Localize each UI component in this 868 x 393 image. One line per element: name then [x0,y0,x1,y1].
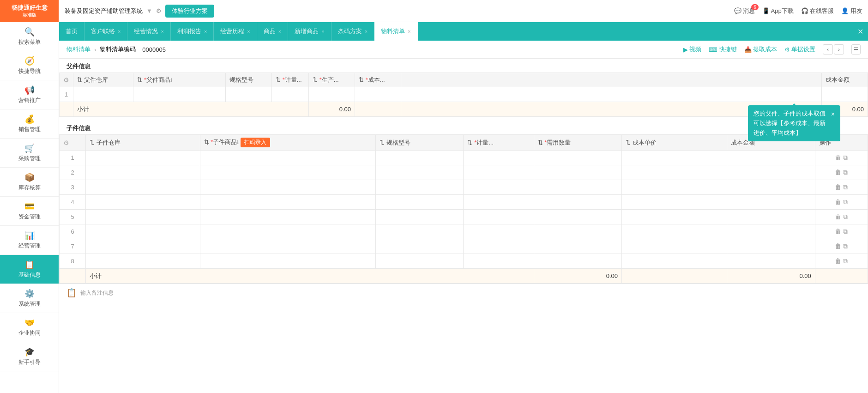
child-row-6-product[interactable] [200,224,376,239]
child-row-4-unitcost[interactable] [622,195,727,210]
child-row-4-product[interactable] [200,195,376,210]
child-row-2-warehouse[interactable] [86,165,200,180]
child-row-1-spec[interactable] [376,151,464,165]
app-download[interactable]: 📱 App下载 [762,7,794,15]
child-row-4-warehouse[interactable] [86,195,200,210]
gear-settings-icon[interactable]: ⚙ [156,7,162,14]
child-row-1-product[interactable] [200,151,376,165]
child-row-1-qty[interactable] [534,151,621,165]
sidebar-item-search[interactable]: 🔍 搜索菜单 [0,22,59,51]
tooltip-close-icon[interactable]: × [831,109,835,119]
online-service[interactable]: 🎧 在线客服 [801,7,834,15]
next-arrow[interactable]: › [834,44,844,54]
child-row-2-qty[interactable] [534,165,621,180]
child-row-1-warehouse[interactable] [86,151,200,165]
parent-row-1-spec[interactable] [226,87,272,102]
child-row-7-unitcost[interactable] [622,239,727,254]
child-row-8-warehouse[interactable] [86,254,200,269]
tab-bom[interactable]: 物料清单 × [374,22,417,41]
child-row-3-unitcost[interactable] [622,180,727,195]
child-row-5-qty[interactable] [534,210,621,224]
extract-cost-action[interactable]: 📥 提取成本 [744,45,777,54]
child-row-2-unitcost[interactable] [622,165,727,180]
child-row-5-spec[interactable] [376,210,464,224]
sidebar-item-quicknav[interactable]: 🧭 快捷导航 [0,51,59,80]
delete-icon-8[interactable]: 🗑 [835,257,841,265]
child-row-7-product[interactable] [200,239,376,254]
trial-button[interactable]: 体验行业方案 [165,5,214,18]
tab-newgoods-close[interactable]: × [321,29,324,34]
child-row-7-warehouse[interactable] [86,239,200,254]
child-row-3-unit[interactable] [464,180,534,195]
delete-icon-4[interactable]: 🗑 [835,198,841,206]
sidebar-item-finance[interactable]: 💳 资金管理 [0,197,59,226]
copy-icon-8[interactable]: ⧉ [843,257,848,265]
child-row-8-spec[interactable] [376,254,464,269]
child-row-3-warehouse[interactable] [86,180,200,195]
child-row-6-unit[interactable] [464,224,534,239]
sidebar-item-inventory[interactable]: 📦 库存核算 [0,168,59,197]
child-settings-icon[interactable]: ⚙ [63,139,69,146]
delete-icon-3[interactable]: 🗑 [835,183,841,191]
tab-history[interactable]: 经营历程 × [214,22,257,41]
delete-icon-6[interactable]: 🗑 [835,228,841,236]
child-row-7-spec[interactable] [376,239,464,254]
user-area[interactable]: 👤 用友 [841,7,862,15]
child-row-3-spec[interactable] [376,180,464,195]
child-row-1-unitcost[interactable] [622,151,727,165]
parent-row-1-unit[interactable] [272,87,309,102]
message-badge[interactable]: 💬 消息 6 [734,7,755,15]
child-row-2-spec[interactable] [376,165,464,180]
copy-icon-6[interactable]: ⧉ [843,228,848,236]
child-row-8-qty[interactable] [534,254,621,269]
tab-history-close[interactable]: × [247,29,250,34]
child-row-8-product[interactable] [200,254,376,269]
parent-row-1-cost[interactable] [355,87,401,102]
child-row-6-spec[interactable] [376,224,464,239]
copy-icon-5[interactable]: ⧉ [843,213,848,221]
list-view-icon[interactable]: ☰ [851,44,861,54]
tab-customer[interactable]: 客户联络 × [84,22,127,41]
view-video-action[interactable]: ▶ 视频 [683,45,701,54]
copy-icon-4[interactable]: ⧉ [843,198,848,206]
tab-barcode[interactable]: 条码方案 × [332,22,374,41]
delete-icon-7[interactable]: 🗑 [835,242,841,250]
child-row-6-qty[interactable] [534,224,621,239]
sidebar-item-basicinfo[interactable]: 📋 基础信息 [0,255,59,284]
sidebar-item-operations[interactable]: 📊 经营管理 [0,226,59,255]
parent-row-1-product[interactable] [133,87,226,102]
sidebar-item-system[interactable]: ⚙️ 系统管理 [0,284,59,313]
child-row-8-unitcost[interactable] [622,254,727,269]
copy-icon-2[interactable]: ⧉ [843,169,848,176]
child-row-5-product[interactable] [200,210,376,224]
tab-bom-close[interactable]: × [408,29,410,34]
tab-goods-close[interactable]: × [278,29,281,34]
tab-profit[interactable]: 利润报告 × [171,22,214,41]
shortcut-action[interactable]: ⌨ 快捷键 [709,45,737,54]
child-row-1-unit[interactable] [464,151,534,165]
sidebar-item-enterprise[interactable]: 🤝 企业协同 [0,313,59,342]
sidebar-item-newguide[interactable]: 🎓 新手引导 [0,342,59,371]
child-row-7-qty[interactable] [534,239,621,254]
child-row-7-unit[interactable] [464,239,534,254]
tab-goods[interactable]: 商品 × [257,22,288,41]
delete-icon-5[interactable]: 🗑 [835,213,841,221]
child-row-5-unit[interactable] [464,210,534,224]
child-row-5-unitcost[interactable] [622,210,727,224]
sidebar-item-marketing[interactable]: 📢 营销推广 [0,80,59,109]
note-placeholder[interactable]: 输入备注信息 [80,289,114,297]
copy-icon-3[interactable]: ⧉ [843,183,848,191]
tab-operations-close[interactable]: × [161,29,163,34]
tab-home[interactable]: 首页 [59,22,84,41]
copy-icon-1[interactable]: ⧉ [843,154,848,162]
tab-barcode-close[interactable]: × [365,29,368,34]
parent-row-1-production[interactable] [309,87,355,102]
tab-newgoods[interactable]: 新增商品 × [288,22,331,41]
child-row-4-qty[interactable] [534,195,621,210]
copy-icon-7[interactable]: ⧉ [843,242,848,250]
breadcrumb-parent[interactable]: 物料清单 [66,45,90,54]
child-row-4-spec[interactable] [376,195,464,210]
sidebar-item-sales[interactable]: 💰 销售管理 [0,109,59,139]
sidebar-item-purchase[interactable]: 🛒 采购管理 [0,139,59,168]
child-row-3-qty[interactable] [534,180,621,195]
